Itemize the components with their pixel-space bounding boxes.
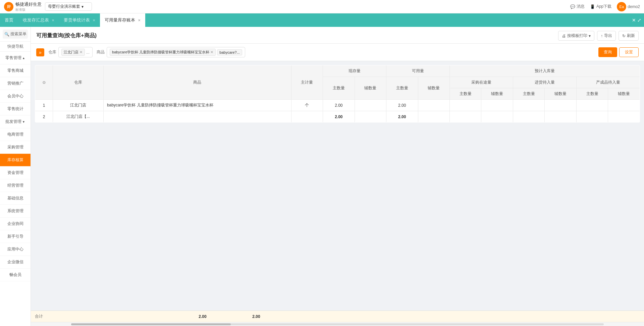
sidebar-item-marketing[interactable]: 营销推广 xyxy=(0,77,31,90)
settings-icon[interactable]: ⚙ xyxy=(42,80,46,85)
setting-button[interactable]: 设置 xyxy=(619,47,639,57)
sidebar-item-operations[interactable]: 经营管理 xyxy=(0,179,31,192)
sidebar-item-member[interactable]: 会员中心 xyxy=(0,90,31,103)
query-button[interactable]: 查询 xyxy=(598,47,617,57)
cell-pur-aux xyxy=(481,100,513,111)
refresh-button[interactable]: ↻ 刷新 xyxy=(619,31,639,41)
export-label: 导出 xyxy=(604,33,612,39)
sidebar-item-system[interactable]: 系统管理 xyxy=(0,205,31,218)
cell-stock-aux xyxy=(355,111,386,123)
message-label: 消息 xyxy=(577,4,585,9)
warehouse-value: 江北门店 xyxy=(64,50,78,55)
tab-stock[interactable]: 可用量库存账本 ✕ xyxy=(100,13,145,27)
th-stock-group: 现存量 xyxy=(323,65,386,77)
sidebar-item-basic[interactable]: 基础信息 xyxy=(0,192,31,205)
tab-order[interactable]: 要货单统计表 ✕ xyxy=(59,13,100,27)
close-receive-tab[interactable]: ✕ xyxy=(52,18,54,22)
cell-goods-main xyxy=(513,100,544,111)
close-stock-tab[interactable]: ✕ xyxy=(138,18,141,22)
sidebar-label: 电商管理 xyxy=(7,132,23,137)
sidebar-label: 营销推广 xyxy=(7,81,23,86)
th-pur-main: 主数量 xyxy=(450,88,481,100)
th-prod-aux: 辅数量 xyxy=(608,88,640,100)
product-value-1: babycare学饮杯 儿童防摔防撞吸管杯重力球吸嘴杯宝宝水杯 xyxy=(112,50,209,55)
warehouse-remove[interactable]: ✕ xyxy=(79,50,83,54)
sidebar-item-wholesale[interactable]: 批发管理 ▼ xyxy=(0,115,31,128)
sidebar-item-ecommerce[interactable]: 电商管理 xyxy=(0,128,31,141)
product-input[interactable]: babycare学饮杯 儿童防摔防撞吸管杯重力球吸嘴杯宝宝水杯 ✕ babyca… xyxy=(107,47,245,57)
app-download-label: App下载 xyxy=(596,4,611,9)
sidebar-item-vip[interactable]: 畅会员 xyxy=(0,269,31,281)
sidebar-item-app-center[interactable]: 应用中心 xyxy=(0,243,31,256)
close-all-tabs[interactable]: ✕ xyxy=(632,17,636,23)
message-action[interactable]: 💬 消息 xyxy=(570,4,585,9)
cell-pur-main xyxy=(450,100,481,111)
sidebar-item-purchase[interactable]: 采购管理 xyxy=(0,141,31,154)
th-avail-aux: 辅数量 xyxy=(418,77,449,100)
product-tag-2: babycare?... xyxy=(217,49,242,55)
th-stock-aux: 辅数量 xyxy=(355,77,386,100)
cell-stock-main: 2.00 xyxy=(323,100,355,111)
warehouse-input[interactable]: 江北门店 ✕ ... xyxy=(58,47,93,57)
quick-nav-area[interactable]: 快捷导航 xyxy=(0,42,31,52)
search-menu-button[interactable]: 🔍 搜索菜单 xyxy=(3,30,28,39)
sidebar-item-enterprise-wechat[interactable]: 企业微信 xyxy=(0,256,31,269)
print-dropdown-icon: ▾ xyxy=(589,34,591,38)
footer-stock-main: 2.00 xyxy=(189,314,216,319)
search-label: 搜索菜单 xyxy=(10,31,26,37)
sidebar-item-retail-store[interactable]: 零售商城 xyxy=(0,64,31,77)
warehouse-label: 仓库 xyxy=(48,49,56,55)
logo-icon: 好 xyxy=(4,2,13,11)
quick-nav-label[interactable]: 快捷导航 xyxy=(3,44,28,49)
filter-bar: » 仓库 江北门店 ✕ ... 商品 babycare学饮杯 儿童防摔防撞吸管杯… xyxy=(31,44,644,61)
sidebar-item-enterprise[interactable]: 企业协同 xyxy=(0,218,31,230)
cell-prod-main xyxy=(576,111,608,123)
expand-tabs[interactable]: ⤢ xyxy=(637,17,641,23)
sidebar-label: 企业协同 xyxy=(7,221,23,226)
app-download-action[interactable]: 📱 App下载 xyxy=(590,4,611,9)
filter-expand-button[interactable]: » xyxy=(36,48,44,56)
refresh-label: 刷新 xyxy=(627,33,635,39)
th-pur-aux: 辅数量 xyxy=(481,88,513,100)
warehouse-tag: 江北门店 ✕ xyxy=(61,49,85,56)
th-goods-main: 主数量 xyxy=(513,88,544,100)
close-order-tab[interactable]: ✕ xyxy=(93,18,95,22)
print-label: 按模板打印 xyxy=(567,33,587,39)
user-area[interactable]: Ea demo2 xyxy=(617,2,640,11)
cell-unit: 个 xyxy=(291,100,323,111)
nav-tabs-bar: 首页 收发存汇总表 ✕ 要货单统计表 ✕ 可用量库存账本 ✕ ✕ ⤢ xyxy=(0,13,644,27)
sidebar-item-inventory[interactable]: 库存核算 xyxy=(0,154,31,167)
store-selector[interactable]: 母婴行业演示账套 ▾ xyxy=(45,2,92,11)
cell-unit xyxy=(291,111,323,123)
export-button[interactable]: ↑ 导出 xyxy=(597,31,616,41)
logo-area: 好 畅捷通好生意 标准版 xyxy=(4,1,42,12)
sidebar-item-finance[interactable]: 资金管理 xyxy=(0,167,31,179)
sidebar-label: 零售管理 xyxy=(5,55,21,61)
scrollbar-thumb[interactable] xyxy=(71,323,231,325)
warehouse-more[interactable]: ... xyxy=(86,50,90,55)
tab-receive[interactable]: 收发存汇总表 ✕ xyxy=(18,13,59,27)
footer-label: 合计 xyxy=(35,314,75,319)
cell-goods-aux xyxy=(545,100,576,111)
cell-avail-aux xyxy=(418,111,449,123)
cell-num: 1 xyxy=(35,100,53,111)
sidebar: 🔍 搜索菜单 快捷导航 零售管理 ▲ 零售商城 营销推广 会员中心 零售统计 批… xyxy=(0,27,31,326)
product-remove-1[interactable]: ✕ xyxy=(210,50,213,54)
cell-num: 2 xyxy=(35,111,53,123)
table-row: 1 江北门店 babycare学饮杯 儿童防摔防撞吸管杯重力球吸嘴杯宝宝水杯 个… xyxy=(35,100,640,111)
col-setting[interactable]: ⚙ xyxy=(35,65,53,100)
th-goods-in-group: 进货待入量 xyxy=(513,77,576,88)
sidebar-item-retail-mgmt[interactable]: 零售管理 ▲ xyxy=(0,52,31,64)
cell-pur-aux xyxy=(481,111,513,123)
order-label: 要货单统计表 xyxy=(64,17,90,23)
sidebar-item-newbie[interactable]: 新手引导 xyxy=(0,230,31,243)
sidebar-search-area: 🔍 搜索菜单 xyxy=(0,27,31,42)
sidebar-label: 企业微信 xyxy=(7,260,23,264)
sidebar-label: 库存核算 xyxy=(7,157,23,162)
tab-home[interactable]: 首页 xyxy=(0,13,18,27)
scrollbar-track[interactable] xyxy=(71,323,604,325)
tabs-controls: ✕ ⤢ xyxy=(629,17,644,23)
cell-goods-main xyxy=(513,111,544,123)
sidebar-item-retail-stats[interactable]: 零售统计 xyxy=(0,103,31,115)
print-button[interactable]: 🖨 按模板打印 ▾ xyxy=(558,31,594,41)
